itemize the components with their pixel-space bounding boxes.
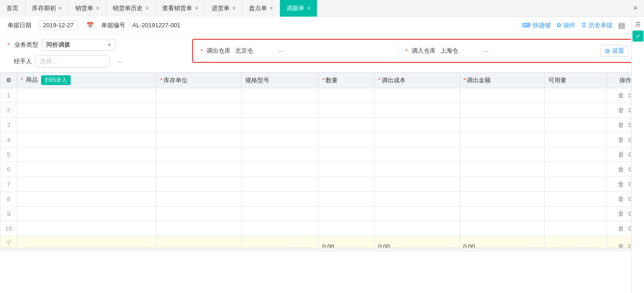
cell-goods-8[interactable]: [17, 192, 157, 207]
calendar-icon[interactable]: 📅: [86, 22, 94, 29]
cell-unit-5[interactable]: [157, 147, 242, 162]
cell-unit-4[interactable]: [157, 133, 242, 147]
cell-cost-8[interactable]: [374, 192, 459, 207]
tab-transfer-close[interactable]: ×: [307, 5, 310, 12]
cell-qty-7[interactable]: [318, 177, 374, 192]
tab-sales-history[interactable]: 销货单历史 ×: [106, 0, 156, 17]
cell-amount-9[interactable]: [459, 207, 544, 221]
tab-sales-history-close[interactable]: ×: [146, 5, 149, 12]
cell-goods-6[interactable]: [17, 162, 157, 177]
cell-spec-4[interactable]: [241, 133, 318, 147]
cell-spec-5[interactable]: [241, 147, 318, 162]
cell-unit-10[interactable]: [157, 221, 242, 236]
cell-amount-3[interactable]: [459, 118, 544, 133]
sidebar-expand-icon[interactable]: ⤢: [632, 31, 644, 42]
cell-qty-10[interactable]: [318, 221, 374, 236]
layout-btn1[interactable]: ▤: [618, 21, 625, 30]
cell-unit-6[interactable]: [157, 162, 242, 177]
tab-stocktake-close[interactable]: ×: [270, 5, 273, 12]
tab-close-all[interactable]: ×: [627, 0, 644, 17]
cell-goods-1[interactable]: [17, 88, 157, 103]
cell-qty-8[interactable]: [318, 192, 374, 207]
business-type-select[interactable]: 同价调拨 ▼: [42, 39, 116, 51]
tab-view-sales-close[interactable]: ×: [195, 5, 198, 12]
delete-icon-8[interactable]: 🗑: [618, 195, 624, 202]
tab-stocktake[interactable]: 盘点单 ×: [243, 0, 280, 17]
cell-amount-5[interactable]: [459, 147, 544, 162]
delete-icon-10[interactable]: 🗑: [618, 225, 624, 232]
scroll-area[interactable]: [0, 248, 644, 251]
cell-spec-2[interactable]: [241, 103, 318, 118]
cell-amount-1[interactable]: [459, 88, 544, 103]
cell-qty-6[interactable]: [318, 162, 374, 177]
delete-icon-2[interactable]: 🗑: [618, 106, 624, 114]
delete-icon-1[interactable]: 🗑: [618, 92, 624, 99]
action-btn[interactable]: ⚙ 操作: [556, 21, 576, 30]
delete-icon-6[interactable]: 🗑: [618, 165, 624, 173]
cell-unit-1[interactable]: [157, 88, 242, 103]
cell-amount-6[interactable]: [459, 162, 544, 177]
cell-qty-3[interactable]: [318, 118, 374, 133]
cell-goods-7[interactable]: [17, 177, 157, 192]
cell-amount-8[interactable]: [459, 192, 544, 207]
cell-qty-5[interactable]: [318, 147, 374, 162]
cell-unit-2[interactable]: [157, 103, 242, 118]
cell-goods-9[interactable]: [17, 207, 157, 221]
tab-view-sales[interactable]: 查看销货单 ×: [156, 0, 205, 17]
out-warehouse-more-btn[interactable]: ···: [279, 47, 284, 55]
handler-more-btn[interactable]: ···: [117, 58, 122, 65]
cell-qty-1[interactable]: [318, 88, 374, 103]
cell-unit-3[interactable]: [157, 118, 242, 133]
cell-cost-2[interactable]: [374, 103, 459, 118]
date-value[interactable]: 2019-12-27: [39, 20, 78, 30]
cell-cost-1[interactable]: [374, 88, 459, 103]
cell-spec-3[interactable]: [241, 118, 318, 133]
th-settings[interactable]: ⚙: [0, 73, 17, 88]
tab-transfer[interactable]: 调拨单 ×: [280, 0, 317, 17]
settings-col-icon[interactable]: ⚙: [6, 77, 12, 84]
tab-inventory-init-close[interactable]: ×: [59, 5, 62, 12]
settings-btn[interactable]: ⚙ 设置: [601, 45, 628, 57]
cell-qty-9[interactable]: [318, 207, 374, 221]
cell-spec-10[interactable]: [241, 221, 318, 236]
cell-unit-8[interactable]: [157, 192, 242, 207]
cell-cost-9[interactable]: [374, 207, 459, 221]
cell-cost-4[interactable]: [374, 133, 459, 147]
delete-icon-9[interactable]: 🗑: [618, 210, 624, 217]
tab-purchase[interactable]: 进货单 ×: [205, 0, 243, 17]
cell-spec-6[interactable]: [241, 162, 318, 177]
cell-amount-2[interactable]: [459, 103, 544, 118]
cell-cost-3[interactable]: [374, 118, 459, 133]
history-btn[interactable]: ☰ 历史单据: [581, 21, 613, 30]
cell-amount-7[interactable]: [459, 177, 544, 192]
cell-goods-5[interactable]: [17, 147, 157, 162]
subtotal-delete-icon[interactable]: 🗑: [618, 243, 624, 248]
cell-spec-9[interactable]: [241, 207, 318, 221]
tab-sales-order[interactable]: 销货单 ×: [69, 0, 106, 17]
delete-icon-5[interactable]: 🗑: [618, 151, 624, 158]
cell-goods-2[interactable]: [17, 103, 157, 118]
delete-icon-4[interactable]: 🗑: [618, 136, 624, 143]
cell-goods-3[interactable]: [17, 118, 157, 133]
cell-qty-4[interactable]: [318, 133, 374, 147]
delete-icon-3[interactable]: 🗑: [618, 121, 624, 128]
cell-unit-7[interactable]: [157, 177, 242, 192]
cell-cost-6[interactable]: [374, 162, 459, 177]
cell-spec-1[interactable]: [241, 88, 318, 103]
handler-select[interactable]: 选择...: [36, 55, 109, 67]
cell-spec-7[interactable]: [241, 177, 318, 192]
cell-amount-10[interactable]: [459, 221, 544, 236]
cell-goods-4[interactable]: [17, 133, 157, 147]
cell-amount-4[interactable]: [459, 133, 544, 147]
sidebar-list-icon[interactable]: ☰: [632, 18, 644, 30]
scan-btn[interactable]: 扫码录入: [41, 75, 71, 85]
tab-purchase-close[interactable]: ×: [232, 5, 236, 12]
tab-inventory-init[interactable]: 库存期初 ×: [25, 0, 69, 17]
tab-home[interactable]: 首页: [0, 0, 25, 17]
cell-cost-7[interactable]: [374, 177, 459, 192]
in-warehouse-more-btn[interactable]: ···: [484, 47, 489, 55]
cell-qty-2[interactable]: [318, 103, 374, 118]
cell-cost-10[interactable]: [374, 221, 459, 236]
delete-icon-7[interactable]: 🗑: [618, 180, 624, 188]
cell-spec-8[interactable]: [241, 192, 318, 207]
